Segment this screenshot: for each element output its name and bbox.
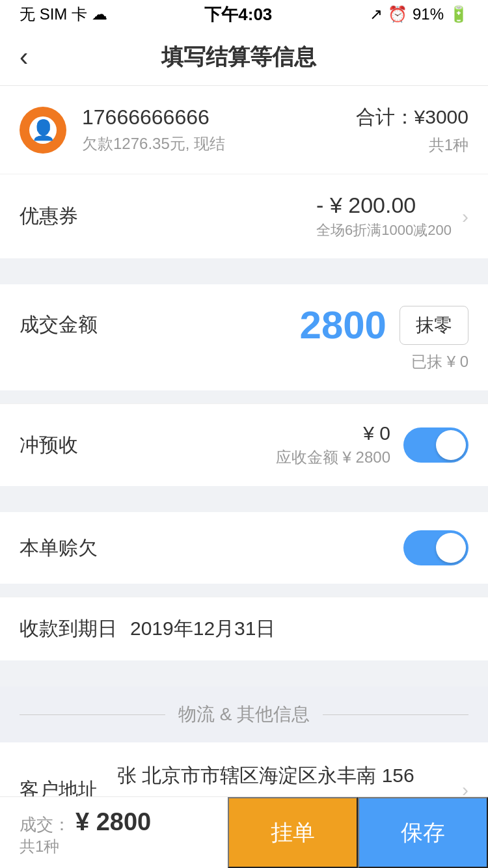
duedate-section: 收款到期日 2019年12月31日 [0,597,488,660]
prepay-label: 冲预收 [20,432,78,459]
prepay-values: ¥ 0 应收金额 ¥ 2800 [276,422,390,468]
divider-3 [0,673,488,686]
customer-row: 17666666666 欠款1276.35元, 现结 合计：¥3000 共1种 [0,86,488,174]
prepay-toggle[interactable] [403,427,468,463]
duedate-value: 2019年12月31日 [130,616,275,642]
status-left: 无 SIM 卡 ☁ [20,4,107,25]
bottom-deal-label: 成交： [20,813,70,836]
coupon-values: - ¥ 200.00 全场6折满1000减200 [316,193,452,240]
avatar [20,107,66,154]
coupon-desc: 全场6折满1000减200 [316,221,452,240]
duedate-row: 收款到期日 2019年12月31日 [20,616,468,642]
round-button[interactable]: 抹零 [400,306,468,345]
bottom-bar: 成交： ¥ 2800 共1种 挂单 保存 [0,796,488,868]
alarm-icon: ⏰ [388,5,407,23]
logistics-label: 物流 & 其他信息 [178,702,310,727]
coupon-label: 优惠券 [20,203,316,230]
customer-card: 17666666666 欠款1276.35元, 现结 合计：¥3000 共1种 … [0,86,488,258]
debt-row: 本单赊欠 [20,530,468,565]
deal-right: 2800 抹零 [300,303,468,347]
bottom-amount: ¥ 2800 [75,808,151,836]
prepay-right: ¥ 0 应收金额 ¥ 2800 [276,422,468,468]
coupon-discount: - ¥ 200.00 [316,193,452,218]
coupon-right: - ¥ 200.00 全场6折满1000减200 › [316,193,468,240]
coupon-row[interactable]: 优惠券 - ¥ 200.00 全场6折满1000减200 › [0,174,488,258]
divider-line-left [20,714,165,715]
bottom-deal-row: 成交： ¥ 2800 [20,808,208,836]
battery-level: 91% [413,5,444,23]
status-right: ↗ ⏰ 91% 🔋 [370,5,468,23]
divider-1 [0,271,488,284]
sim-status: 无 SIM 卡 ☁ [20,4,107,25]
customer-debt: 欠款1276.35元, 现结 [82,133,356,154]
prepay-row: 冲预收 ¥ 0 应收金额 ¥ 2800 [20,422,468,468]
duedate-label: 收款到期日 [20,616,117,642]
divider-line-right [323,714,468,715]
debt-section: 本单赊欠 [0,512,488,584]
deal-section: 成交金额 2800 抹零 已抹 ¥ 0 [0,284,488,390]
debt-toggle[interactable] [403,530,468,565]
chevron-right-icon: › [462,206,468,228]
deal-row: 成交金额 2800 抹零 [20,303,468,347]
deal-label: 成交金额 [20,312,98,338]
page-title: 填写结算等信息 [41,42,436,72]
battery-icon: 🔋 [449,5,468,23]
total-amount: 合计：¥3000 [356,104,468,131]
divider-2 [0,499,488,512]
hang-button[interactable]: 挂单 [228,797,358,868]
bottom-info: 成交： ¥ 2800 共1种 [0,797,228,868]
prepay-section: 冲预收 ¥ 0 应收金额 ¥ 2800 [0,403,488,486]
total-count: 共1种 [356,135,468,156]
status-bar: 无 SIM 卡 ☁ 下午4:03 ↗ ⏰ 91% 🔋 [0,0,488,29]
avatar-icon [29,116,57,144]
customer-info: 17666666666 欠款1276.35元, 现结 [82,105,356,154]
prepay-amount: ¥ 0 [276,422,390,444]
deal-sub: 已抹 ¥ 0 [20,351,468,372]
back-button[interactable]: ‹ [20,42,28,72]
customer-phone: 17666666666 [82,105,356,129]
content: 17666666666 欠款1276.35元, 现结 合计：¥3000 共1种 … [0,86,488,868]
bottom-count: 共1种 [20,836,208,857]
nav-bar: ‹ 填写结算等信息 [0,29,488,86]
status-time: 下午4:03 [204,3,272,26]
prepay-sub: 应收金额 ¥ 2800 [276,447,390,468]
debt-label: 本单赊欠 [20,535,98,562]
location-icon: ↗ [370,5,383,23]
save-button[interactable]: 保存 [358,797,488,868]
logistics-divider: 物流 & 其他信息 [0,686,488,742]
deal-amount: 2800 [300,303,386,347]
customer-total: 合计：¥3000 共1种 [356,104,468,156]
